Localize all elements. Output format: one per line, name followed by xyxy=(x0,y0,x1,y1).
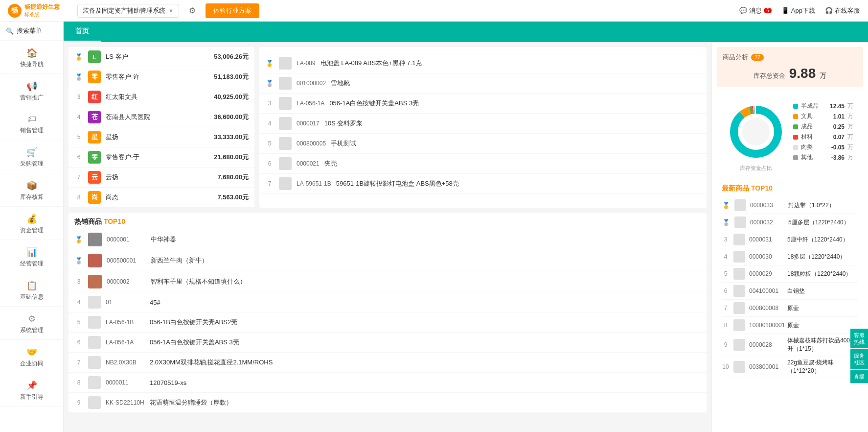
product-row[interactable]: 🥈 001000002 雪地靴 xyxy=(259,73,707,94)
legend-unit: 万 xyxy=(847,112,853,120)
sidebar-item-collab[interactable]: 🤝 企业协同 xyxy=(0,340,63,373)
sidebar-item-label: 经营管理 xyxy=(20,260,44,268)
customer-amount: 21,680.00元 xyxy=(214,153,249,162)
product-name: 056-1A白色按键开关盖ABS 3壳 xyxy=(329,99,701,108)
newest-row[interactable]: 🥈 0000032 5厘多层（1220*2440） xyxy=(722,214,858,231)
product-thumbnail xyxy=(279,157,292,170)
product-code: 000500001 xyxy=(107,257,146,264)
product-row[interactable]: 6 0000021 夹壳 xyxy=(259,154,707,174)
product-row[interactable]: 3 0000002 智利车子里（规格不知道填什么） xyxy=(69,271,707,292)
app-download-button[interactable]: 📱 App下载 xyxy=(781,6,815,15)
float-btn-community[interactable]: 服务社区 xyxy=(850,349,868,369)
product-name: 手机测试 xyxy=(331,139,701,148)
panels-container: 🥇 L LS 客户 53,006.26元 🥈 零 零售客户·许 51,183.0… xyxy=(64,42,711,432)
product-thumbnail xyxy=(88,296,101,309)
service-button[interactable]: 🎧 在线客服 xyxy=(825,6,860,15)
sidebar-item-marketing[interactable]: 📢 营销推广 xyxy=(0,74,63,107)
product-row[interactable]: 6 LA-056-1A 056-1A白色按键开关盖ABS 3壳 xyxy=(69,333,707,353)
hot-sales-section: 热销商品 TOP10 🥇 0000001 中华神器 🥈 xyxy=(69,213,707,413)
rank-number: 7 xyxy=(74,359,83,366)
sidebar-item-guide[interactable]: 📌 新手引导 xyxy=(0,373,63,407)
product-row[interactable]: 8 0000011 12070519-xs xyxy=(69,373,707,393)
search-label: 搜索菜单 xyxy=(17,26,42,35)
newest-row[interactable]: 10 003800001 22g鱼豆腐·烧烤味（1*12*20） xyxy=(722,356,858,378)
newest-products-section: 最新商品 TOP10 🥇 0000033 封边带（1.0*22） 🥈 00000… xyxy=(717,176,863,383)
message-button[interactable]: 💬 消息 6 xyxy=(739,6,772,15)
guide-icon: 📌 xyxy=(26,380,37,391)
sidebar-item-system[interactable]: ⚙ 系统管理 xyxy=(0,307,63,340)
product-row[interactable]: 🥇 LA-089 电池盖 LA-089 ABS本色+黑种 7.1克 xyxy=(259,53,707,73)
marketing-icon: 📢 xyxy=(26,81,37,92)
newest-row[interactable]: 🥇 0000033 封边带（1.0*22） xyxy=(722,197,858,214)
newest-row[interactable]: 8 10000100001 原壶 xyxy=(722,317,858,334)
product-row[interactable]: 4 01 45# xyxy=(69,292,707,312)
sidebar-item-label: 系统管理 xyxy=(20,326,44,335)
avatar: 苍 xyxy=(88,111,101,123)
logo-line2: 标准版 xyxy=(24,11,60,18)
rank-number: 8 xyxy=(722,322,730,329)
sidebar-item-basics[interactable]: 📋 基础信息 xyxy=(0,273,63,307)
collab-icon: 🤝 xyxy=(26,347,37,358)
product-row[interactable]: 🥈 000500001 新西兰牛肉（新牛） xyxy=(69,250,707,271)
product-row[interactable]: 3 LA-056-1A 056-1A白色按键开关盖ABS 3壳 xyxy=(259,94,707,114)
newest-row[interactable]: 3 0000031 5厘中纤（1220*2440） xyxy=(722,231,858,248)
legend-unit: 万 xyxy=(847,102,853,110)
legend-color-dot xyxy=(793,135,798,140)
sidebar-item-purchase[interactable]: 🛒 采购管理 xyxy=(0,140,63,173)
newest-row[interactable]: 9 0000028 体械嘉枝味苏打饮品400毫升（1*15） xyxy=(722,334,858,356)
table-row[interactable]: 5 星 星扬 33,333.00元 xyxy=(69,127,254,147)
customer-name: 零售客户·于 xyxy=(106,153,209,162)
product-row[interactable]: 5 000800005 手机测试 xyxy=(259,134,707,154)
product-row[interactable]: 9 KK-SD22110H 花语萌恒温分赠睡袋（厚款） xyxy=(69,393,707,413)
operations-icon: 📊 xyxy=(26,247,37,258)
sidebar-item-sales[interactable]: 🏷 销售管理 xyxy=(0,107,63,140)
donut-label: 库存资金占比 xyxy=(727,165,785,171)
top-sections: 🥇 L LS 客户 53,006.26元 🥈 零 零售客户·许 51,183.0… xyxy=(69,47,707,208)
system-selector[interactable]: 装备及固定资产辅助管理系统 ▼ xyxy=(77,4,179,18)
legend-color-dot xyxy=(793,104,798,109)
product-row[interactable]: 7 LA-59651-1B 59651-1B旋转投影灯电池盒 ABS黑色+58壳 xyxy=(259,174,707,194)
rank-number: 7 xyxy=(722,305,730,312)
gear-button[interactable]: ⚙ xyxy=(185,3,200,18)
newest-row[interactable]: 4 0000030 18多层（1220*2440） xyxy=(722,248,858,265)
product-row[interactable]: 7 NB2.0X30B 2.0X30MM双排花轴,搓花直径2.1MM/ROHS xyxy=(69,353,707,373)
table-row[interactable]: 7 云 云扬 7,680.00元 xyxy=(69,168,254,188)
rank-number: 7 xyxy=(265,180,274,187)
hot-sales-list: 🥇 0000001 中华神器 🥈 000500001 新西兰牛肉（新牛） xyxy=(69,229,707,413)
sidebar-search[interactable]: 🔍 搜索菜单 xyxy=(0,22,63,41)
sidebar-item-inventory[interactable]: 📦 库存核算 xyxy=(0,173,63,207)
table-row[interactable]: 🥇 L LS 客户 53,006.26元 xyxy=(69,47,254,67)
legend-value: -3.86 xyxy=(831,154,845,161)
sidebar-item-label: 基础信息 xyxy=(20,293,44,301)
product-thumbnail xyxy=(733,251,745,263)
trial-button[interactable]: 体验行业方案 xyxy=(206,3,259,18)
table-row[interactable]: 3 红 红太阳文具 40,925.00元 xyxy=(69,87,254,107)
customer-amount: 40,925.00元 xyxy=(214,93,249,101)
float-btn-live[interactable]: 直播 xyxy=(850,370,868,383)
newest-row[interactable]: 5 0000029 18颗粒板（1220*2440） xyxy=(722,265,858,283)
product-thumbnail xyxy=(88,336,101,349)
product-row[interactable]: 5 LA-056-1B 056-1B白色按键开关壳ABS2壳 xyxy=(69,312,707,333)
table-row[interactable]: 6 零 零售客户·于 21,680.00元 xyxy=(69,147,254,168)
table-row[interactable]: 8 尚 尚态 7,563.00元 xyxy=(69,188,254,208)
sidebar-item-finance[interactable]: 💰 资金管理 xyxy=(0,207,63,240)
product-row[interactable]: 4 0000017 10S 变料罗浆 xyxy=(259,114,707,134)
table-row[interactable]: 4 苍 苍南县人民医院 36,600.00元 xyxy=(69,107,254,127)
rank-medal: 🥇 xyxy=(722,202,731,209)
newest-row[interactable]: 7 000800008 原壶 xyxy=(722,300,858,317)
product-thumbnail xyxy=(733,319,745,331)
table-row[interactable]: 🥈 零 零售客户·许 51,183.00元 xyxy=(69,67,254,87)
sidebar-item-quick-nav[interactable]: 🏠 快捷导航 xyxy=(0,41,63,74)
product-name: 5厘中纤（1220*2440） xyxy=(787,236,858,244)
product-name: 59651-1B旋转投影灯电池盒 ABS黑色+58壳 xyxy=(336,179,701,188)
float-btn-service[interactable]: 客服热线 xyxy=(850,329,868,349)
product-code: 01 xyxy=(106,299,145,306)
product-thumbnail xyxy=(733,302,745,314)
home-tab[interactable]: 首页 xyxy=(64,22,101,42)
newest-row[interactable]: 6 004100001 白钢垫 xyxy=(722,283,858,300)
rank-number: 5 xyxy=(722,270,730,277)
rank-medal: 🥈 xyxy=(74,257,83,264)
sidebar-item-operations[interactable]: 📊 经营管理 xyxy=(0,240,63,273)
rank-medal: 🥇 xyxy=(74,53,83,61)
product-row[interactable]: 🥇 0000001 中华神器 xyxy=(69,229,707,250)
